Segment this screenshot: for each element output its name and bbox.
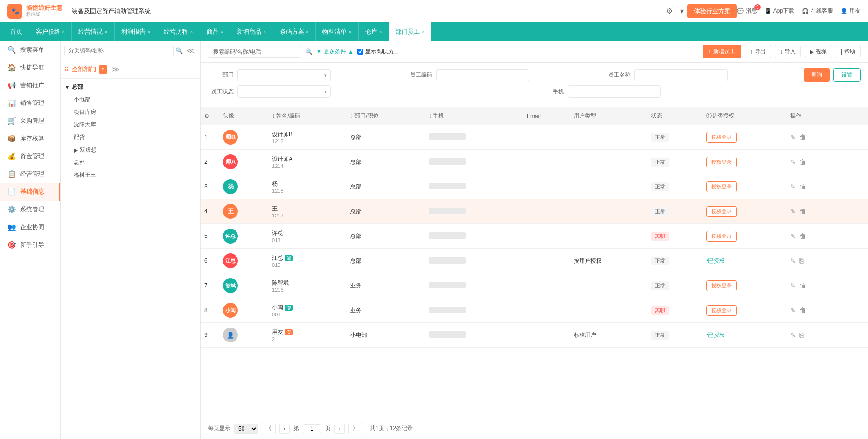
col-name-code[interactable]: ↕ 姓名/编码	[268, 107, 347, 125]
delete-icon[interactable]: 🗑	[799, 282, 806, 289]
page-input[interactable]	[303, 424, 321, 433]
auth-login-button[interactable]: 授权登录	[706, 181, 737, 192]
close-icon[interactable]: ×	[263, 29, 266, 35]
next-page-button[interactable]: ›	[334, 424, 345, 434]
user-avatar-item[interactable]: 👤 用友	[840, 7, 861, 15]
close-icon[interactable]: ×	[190, 29, 193, 35]
add-employee-button[interactable]: + 新增员工	[703, 45, 741, 58]
app-download-item[interactable]: 📱 App下载	[764, 7, 794, 15]
dept-item-zongbu[interactable]: 总部	[61, 156, 200, 169]
sidebar-item-system[interactable]: ⚙️ 系统管理	[0, 201, 60, 218]
search-submit-icon[interactable]: 🔍	[305, 48, 312, 55]
per-page-select[interactable]: 50 100 200	[234, 424, 258, 434]
down-arrow-icon[interactable]: ▾	[680, 7, 684, 15]
dept-item-xiaodian[interactable]: 小电部	[61, 93, 200, 106]
sidebar-item-collab[interactable]: 👥 企业协同	[0, 218, 60, 236]
tab-add-product[interactable]: 新增商品×	[230, 22, 273, 41]
edit-icon[interactable]: ✎	[790, 133, 796, 141]
dept-item-zongbu-parent[interactable]: ▼ 总部	[61, 81, 200, 93]
delete-icon[interactable]: 🗑	[799, 158, 806, 166]
import-button[interactable]: ↓ 导入	[775, 45, 801, 58]
tab-profit[interactable]: 利润报告×	[115, 22, 157, 41]
close-icon[interactable]: ×	[104, 29, 107, 35]
dept-select[interactable]	[237, 69, 331, 81]
sidebar-item-basic[interactable]: 📄 基础信息	[0, 183, 60, 201]
tab-products[interactable]: 商品×	[200, 22, 230, 41]
sidebar-item-sales[interactable]: 📊 销售管理	[0, 94, 60, 112]
query-button[interactable]: 查询	[804, 68, 830, 82]
delete-icon[interactable]: 🗑	[799, 307, 806, 314]
tab-dept-staff[interactable]: 部门员工×	[389, 22, 431, 41]
close-icon[interactable]: ×	[422, 29, 424, 35]
sidebar-item-guide[interactable]: 🎯 新手引导	[0, 236, 60, 254]
sidebar-item-purchase[interactable]: 🛒 采购管理	[0, 112, 60, 130]
auth-login-button[interactable]: 授权登录	[706, 280, 737, 291]
close-icon[interactable]: ×	[62, 29, 65, 35]
dept-item-xiangmu[interactable]: 项目库房	[61, 106, 200, 118]
trial-button[interactable]: 体验行业方案	[687, 4, 737, 18]
sidebar-item-quicknav[interactable]: 🏠 快捷导航	[0, 59, 60, 77]
emp-search-input[interactable]	[208, 46, 301, 58]
view-button[interactable]: ▶ 视频	[805, 45, 832, 58]
message-icon-item[interactable]: 💬 消息 5	[737, 7, 757, 15]
collapse-button[interactable]: ≪	[185, 45, 196, 56]
emp-status-select[interactable]	[237, 85, 331, 98]
tab-home[interactable]: 首页	[4, 22, 29, 41]
delete-icon[interactable]: 🗑	[799, 232, 806, 240]
first-page-button[interactable]: 《	[262, 423, 276, 434]
auth-login-button[interactable]: 授权登录	[706, 157, 737, 167]
close-icon[interactable]: ×	[379, 29, 382, 35]
prev-page-button[interactable]: ‹	[279, 424, 290, 434]
edit-icon[interactable]: ✎	[790, 257, 796, 265]
close-icon[interactable]: ×	[221, 29, 223, 35]
sidebar-item-search[interactable]: 🔍 搜索菜单	[0, 41, 60, 59]
delete-icon[interactable]: 🗑	[799, 133, 806, 141]
show-resigned-checkbox[interactable]	[357, 49, 363, 55]
edit-icon[interactable]: ✎	[790, 158, 796, 166]
col-phone[interactable]: ↕ 手机	[425, 107, 523, 125]
dept-item-peihuo[interactable]: 配货	[61, 131, 200, 144]
close-icon[interactable]: ×	[348, 29, 351, 35]
show-resigned-label[interactable]: 显示离职员工	[357, 48, 399, 56]
emp-code-input[interactable]	[436, 69, 529, 81]
more-filter-button[interactable]: ▼ 更多条件 ▲	[316, 48, 354, 56]
auth-login-button[interactable]: 授权登录	[706, 305, 737, 316]
sidebar-item-finance[interactable]: 💰 资金管理	[0, 147, 60, 165]
edit-dept-icon[interactable]: ✎	[99, 65, 107, 74]
tab-bom[interactable]: 物料清单×	[316, 22, 358, 41]
export-button[interactable]: ↑ 导出	[745, 45, 771, 58]
edit-icon[interactable]: ✎	[790, 331, 796, 339]
edit-icon[interactable]: ✎	[790, 183, 796, 190]
auth-login-button[interactable]: 授权登录	[706, 132, 737, 143]
edit-icon[interactable]: ✎	[790, 307, 796, 314]
help-button[interactable]: | 帮助	[836, 45, 861, 58]
tab-customer[interactable]: 客户联络×	[29, 22, 72, 41]
dept-item-xishu[interactable]: 稀树王三	[61, 169, 200, 181]
close-icon[interactable]: ×	[306, 29, 309, 35]
auth-login-button[interactable]: 授权登录	[706, 231, 737, 242]
sidebar-item-inventory[interactable]: 📦 库存核算	[0, 130, 60, 147]
copy-icon[interactable]: ⎘	[799, 257, 803, 265]
dept-search-input[interactable]	[64, 45, 174, 56]
delete-icon[interactable]: 🗑	[799, 208, 806, 215]
dept-item-shenyang[interactable]: 沈阳大库	[61, 118, 200, 131]
tab-barcode[interactable]: 条码方案×	[273, 22, 316, 41]
tab-operations[interactable]: 经营情况×	[72, 22, 114, 41]
sidebar-item-ops[interactable]: 📋 经营管理	[0, 165, 60, 183]
tab-warehouse[interactable]: 仓库×	[359, 22, 389, 41]
tab-history[interactable]: 经营历程×	[157, 22, 200, 41]
col-settings[interactable]: ⚙	[201, 107, 219, 125]
set-button[interactable]: 设置	[833, 68, 861, 82]
last-page-button[interactable]: 》	[348, 423, 362, 434]
collapse-left-panel-button[interactable]: ≫	[110, 64, 122, 75]
delete-icon[interactable]: 🗑	[799, 183, 806, 190]
col-dept[interactable]: ↕ 部门/职位	[347, 107, 425, 125]
dept-item-shuangxu[interactable]: ▶ 双虚想	[61, 144, 200, 156]
close-icon[interactable]: ×	[147, 29, 150, 35]
auth-login-button[interactable]: 授权登录	[706, 206, 737, 217]
gear-icon[interactable]: ⚙	[666, 7, 673, 15]
online-service-item[interactable]: 🎧 在线客服	[802, 7, 833, 15]
sidebar-item-marketing[interactable]: 📢 营销推广	[0, 77, 60, 94]
phone-input[interactable]	[568, 85, 661, 98]
edit-icon[interactable]: ✎	[790, 232, 796, 240]
